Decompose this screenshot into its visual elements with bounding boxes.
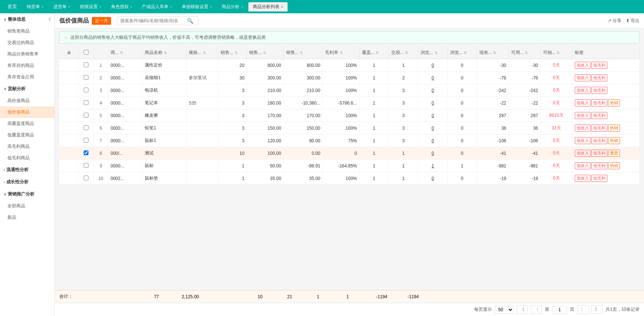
- row-name[interactable]: 笔记本: [142, 97, 187, 109]
- row-name[interactable]: 属性定价: [142, 59, 187, 72]
- col-sales-avg[interactable]: 销售... ⇅: [284, 47, 323, 59]
- row-check[interactable]: [79, 147, 94, 160]
- nav-close-sales-order[interactable]: ×: [41, 5, 44, 9]
- next-page-btn[interactable]: 〉: [577, 305, 588, 314]
- col-code[interactable]: 商... ⇅: [108, 47, 142, 59]
- row-checkbox[interactable]: [84, 125, 88, 130]
- sort-trade-icon[interactable]: ⇅: [405, 51, 408, 55]
- row-code[interactable]: 0000...: [108, 109, 142, 122]
- nav-close-permission-settings[interactable]: ×: [99, 5, 101, 9]
- col-gross-rate[interactable]: 毛利率 ⇅: [323, 47, 359, 59]
- row-check[interactable]: [79, 109, 94, 122]
- row-checkbox[interactable]: [84, 75, 88, 80]
- nav-sales-order[interactable]: 销货单 ×: [22, 2, 48, 11]
- row-code[interactable]: 000/...: [108, 147, 142, 160]
- row-code[interactable]: 0000...: [108, 72, 142, 84]
- sidebar-item-low-margin[interactable]: 低毛利商品: [0, 152, 54, 164]
- row-browse1[interactable]: 0: [418, 109, 447, 122]
- row-browse1[interactable]: 0: [418, 122, 447, 135]
- sidebar-group-circulation[interactable]: › 流通性分析: [0, 164, 54, 176]
- sidebar-item-low-coverage[interactable]: 低覆盖度商品: [0, 129, 54, 141]
- col-check[interactable]: [79, 47, 94, 59]
- nav-purchase-order[interactable]: 进货单 ×: [49, 2, 75, 11]
- sort-browse1-icon[interactable]: ⇅: [435, 51, 437, 55]
- row-check[interactable]: [79, 122, 94, 135]
- collapse-sidebar-btn[interactable]: 《: [47, 17, 51, 22]
- nav-template-settings[interactable]: 单据模板设置 ×: [177, 2, 217, 11]
- col-available[interactable]: 可用... ⇅: [509, 47, 540, 59]
- row-name[interactable]: 鼠标: [142, 160, 187, 172]
- col-browse1[interactable]: 浏览... ⇅: [418, 47, 447, 59]
- row-code[interactable]: 0002...: [108, 172, 142, 185]
- sidebar-item-inventory-goods[interactable]: 有库存的商品: [0, 60, 54, 71]
- sidebar-group-marketing[interactable]: ∨ 营销推广分析: [0, 188, 54, 200]
- row-browse1[interactable]: 0: [418, 147, 447, 160]
- col-name[interactable]: 商品名称 ⇅: [142, 47, 187, 59]
- row-code[interactable]: 0000...: [108, 122, 142, 135]
- row-checkbox[interactable]: [84, 176, 88, 180]
- row-name[interactable]: 吴细细1: [142, 72, 187, 84]
- row-checkbox[interactable]: [84, 150, 88, 155]
- sidebar-item-sales-goods[interactable]: 销售类商品: [0, 26, 54, 37]
- nav-close-product-analysis-list[interactable]: ×: [281, 5, 283, 9]
- sidebar-item-high-margin[interactable]: 高毛利商品: [0, 141, 54, 152]
- col-trade[interactable]: 交易... ⇅: [389, 47, 418, 59]
- row-check[interactable]: [79, 59, 94, 72]
- nav-close-purchase-order[interactable]: ×: [68, 5, 70, 9]
- page-number-input[interactable]: [552, 306, 567, 313]
- col-coverage[interactable]: 覆盖... ⇅: [359, 47, 389, 59]
- sort-name-icon[interactable]: ⇅: [164, 51, 167, 55]
- row-browse1[interactable]: 0: [418, 172, 447, 185]
- sort-sellable-icon[interactable]: ⇅: [557, 51, 560, 55]
- row-browse1[interactable]: 0: [418, 84, 447, 97]
- row-name[interactable]: 鼠标1: [142, 135, 187, 147]
- nav-product-warehouse[interactable]: 产成品入库单 ×: [137, 2, 177, 11]
- sort-sales-qty-icon[interactable]: ⇅: [235, 51, 238, 55]
- settings-icon[interactable]: ⚙: [67, 50, 71, 55]
- last-page-btn[interactable]: 》: [591, 305, 603, 314]
- col-sales-amt[interactable]: 销售... ⇅: [247, 47, 284, 59]
- sidebar-item-high-coverage[interactable]: 高覆盖度商品: [0, 118, 54, 129]
- first-page-btn[interactable]: 《: [517, 305, 528, 314]
- row-check[interactable]: [79, 97, 94, 109]
- row-check[interactable]: [79, 172, 94, 185]
- row-check[interactable]: [79, 72, 94, 84]
- sidebar-group-contribution[interactable]: ∨ 贡献分析: [0, 83, 54, 95]
- sort-gross-rate-icon[interactable]: ⇅: [340, 51, 343, 55]
- row-browse1[interactable]: 0: [418, 72, 447, 84]
- col-spec[interactable]: 规格... ⇅: [187, 47, 218, 59]
- col-sales-qty[interactable]: 销售... ⇅: [218, 47, 247, 59]
- row-code[interactable]: 0000...: [108, 160, 142, 172]
- sort-available-icon[interactable]: ⇅: [525, 51, 528, 55]
- row-name[interactable]: 测试: [142, 147, 187, 160]
- row-check[interactable]: [79, 84, 94, 97]
- sidebar-item-inventory-capital[interactable]: 库存资金占用: [0, 71, 54, 83]
- col-settings[interactable]: ⚙: [59, 47, 79, 59]
- sort-spec-icon[interactable]: ⇅: [203, 51, 206, 55]
- sidebar-item-new-goods[interactable]: 新品: [0, 212, 54, 223]
- export-button[interactable]: ⬆ 导出: [626, 18, 640, 24]
- search-icon[interactable]: 🔍: [187, 18, 193, 24]
- row-checkbox[interactable]: [84, 163, 88, 168]
- row-code[interactable]: 0000...: [108, 135, 142, 147]
- sort-sales-avg-icon[interactable]: ⇅: [300, 51, 303, 55]
- sidebar-item-all-goods[interactable]: 全部商品: [0, 200, 54, 212]
- nav-close-role-auth[interactable]: ×: [130, 5, 133, 9]
- row-name[interactable]: 电话机: [142, 84, 187, 97]
- nav-product-analysis[interactable]: 商品分析 ×: [217, 2, 248, 11]
- row-name[interactable]: 橡皮擦: [142, 109, 187, 122]
- sidebar-group-overall[interactable]: ∨ 整体信息 《: [0, 13, 54, 26]
- row-checkbox[interactable]: [84, 88, 88, 92]
- col-browse2[interactable]: 浏览... ⇅: [447, 47, 477, 59]
- row-code[interactable]: 0000...: [108, 59, 142, 72]
- sort-current-icon[interactable]: ⇅: [493, 51, 496, 55]
- row-name[interactable]: 铅笔1: [142, 122, 187, 135]
- sidebar-item-high-value[interactable]: 高价值商品: [0, 95, 54, 106]
- sidebar-group-growth[interactable]: › 成长性分析: [0, 176, 54, 188]
- row-code[interactable]: 0000...: [108, 84, 142, 97]
- nav-product-analysis-list[interactable]: 商品分析列表 ×: [248, 2, 288, 11]
- share-button[interactable]: ↗ 分享: [608, 18, 621, 24]
- period-button[interactable]: 近一月: [92, 17, 111, 25]
- nav-close-product-warehouse[interactable]: ×: [170, 5, 172, 9]
- row-browse1[interactable]: 1: [418, 160, 447, 172]
